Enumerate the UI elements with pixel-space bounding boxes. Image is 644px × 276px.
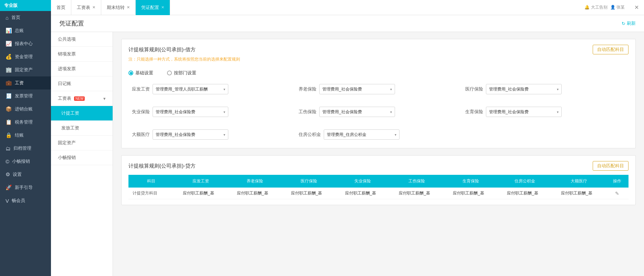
section-debit-title: 计提核算规则(公司承担)-借方 [128, 46, 196, 53]
sidebar-item-label: 首页 [11, 14, 20, 21]
tab-home[interactable]: 首页 [51, 0, 71, 15]
radio-dept-setup[interactable]: 按部门设置 [167, 70, 196, 76]
th-unemployment: 失业保险 [336, 175, 390, 188]
reports-icon: 📈 [6, 41, 12, 47]
sidebar-item-archive[interactable]: 🗂 归档管理 [0, 142, 51, 155]
field-unemployment-value: 管理费用_社会保险费 [156, 109, 224, 115]
field-housing-fund-label: 住房公积金 [299, 131, 321, 138]
nav-item-calculate-salary[interactable]: 计提工资 [51, 106, 113, 121]
field-housing-fund-select[interactable]: 管理费用_住房公积金 ▾ [324, 129, 399, 140]
sidebar-item-xiaochang-report[interactable]: © 小畅报销 [0, 155, 51, 168]
sidebar-item-settings[interactable]: ⚙ 设置 [0, 168, 51, 181]
sidebar-item-reports[interactable]: 📈 报表中心 [0, 37, 51, 50]
field-salary: 应发工资 管理费用_管理人员职工薪酬 ▾ [128, 81, 295, 97]
right-content: 计提核算规则(公司承担)-借方 自动匹配科目 注：只能选择一种方式，系统将按照您… [113, 32, 644, 276]
home-icon: ⌂ [6, 15, 9, 21]
sidebar-item-home[interactable]: ⌂ 首页 [0, 11, 51, 24]
chevron-housing-fund-icon: ▾ [395, 133, 396, 137]
field-housing-fund: 住房公积金 管理费用_住房公积金 ▾ [295, 127, 462, 142]
th-major-medical: 大额医疗 [552, 175, 606, 188]
tab-salary-table[interactable]: 工资表 ✕ [71, 0, 101, 15]
auto-match-credit-button[interactable]: 自动匹配科目 [593, 161, 629, 171]
field-maternity-select[interactable]: 管理费用_社会保险费 ▾ [486, 107, 562, 117]
fixed-assets-icon: 🏢 [6, 67, 12, 73]
sidebar-item-label: 发票管理 [15, 93, 33, 99]
sidebar-item-invoice-mgmt[interactable]: 🧾 发票管理 [0, 89, 51, 103]
expand-icon: ▾ [103, 96, 106, 101]
left-nav: 公共选项 销项发票 进项发票 日记账 工资表 NEW ▾ 计提工资 发放工资 [51, 32, 113, 276]
sidebar-item-tax[interactable]: 📋 税务管理 [0, 116, 51, 129]
sidebar-item-label: 报表中心 [15, 41, 33, 47]
guide-icon: 🚀 [6, 184, 12, 191]
field-injury: 工伤保险 管理费用_社会保险费 ▾ [295, 104, 462, 120]
tab-period-close[interactable]: 期末结转 ✕ [101, 0, 136, 15]
radio-basic-setup[interactable]: 基础设置 [128, 70, 153, 76]
th-subject: 科目 [128, 175, 174, 188]
cell-injury: 应付职工薪酬_基 [390, 188, 444, 199]
cell-housing: 应付职工薪酬_基 [498, 188, 552, 199]
sidebar-item-salary[interactable]: 💼 工资 [0, 76, 51, 89]
nav-item-cancel-invoice[interactable]: 销项发票 [51, 47, 113, 62]
nav-item-public-options[interactable]: 公共选项 [51, 32, 113, 47]
sidebar-item-purchase-sales[interactable]: 📦 进销台账 [0, 103, 51, 116]
radio-dept-label: 按部门设置 [174, 70, 196, 76]
nav-item-input-invoice[interactable]: 进项发票 [51, 62, 113, 76]
chevron-unemployment-icon: ▾ [224, 110, 225, 114]
purchase-sales-icon: 📦 [6, 106, 12, 112]
field-housing-fund-value: 管理费用_住房公积金 [327, 132, 395, 138]
topbar-right: 🔔 大工告别 👤 张某 [584, 4, 629, 10]
window-close-button[interactable]: ✕ [629, 0, 644, 15]
sidebar-item-label: 归档管理 [13, 145, 31, 151]
field-major-medical-select[interactable]: 管理费用_社会保险费 ▾ [153, 129, 228, 140]
chevron-salary-icon: ▾ [224, 87, 225, 91]
sidebar-item-general-ledger[interactable]: 📊 总账 [0, 24, 51, 37]
sidebar-item-label: 畅会员 [12, 198, 25, 204]
tab-close-period[interactable]: ✕ [127, 5, 130, 10]
field-major-medical: 大额医疗 管理费用_社会保险费 ▾ [128, 127, 295, 142]
nav-item-fixed-assets[interactable]: 固定资产 [51, 136, 113, 150]
nav-item-salary-table[interactable]: 工资表 NEW ▾ [51, 91, 113, 106]
debit-fields-row3: 大额医疗 管理费用_社会保险费 ▾ 住房公积金 管理费用_住房公积金 ▾ [122, 125, 635, 148]
sidebar-item-guide[interactable]: 🚀 新手引导 [0, 181, 51, 194]
field-maternity-value: 管理费用_社会保险费 [489, 109, 557, 115]
refresh-label: 刷新 [627, 20, 636, 26]
sidebar-item-vip[interactable]: V 畅会员 [0, 194, 51, 207]
field-unemployment-select[interactable]: 管理费用_社会保险费 ▾ [153, 107, 228, 117]
section-credit: 计提核算规则(公司承担)-贷方 自动匹配科目 科目 应发工资 养老保险 医疗保险… [121, 155, 636, 205]
invoice-icon: 🧾 [6, 93, 12, 99]
refresh-icon: ↻ [622, 21, 625, 26]
sidebar-item-label: 设置 [13, 171, 22, 178]
auto-match-debit-button[interactable]: 自动匹配科目 [593, 45, 629, 54]
table-header-row: 科目 应发工资 养老保险 医疗保险 失业保险 工伤保险 生育保险 住房公积金 大… [128, 175, 629, 188]
field-maternity-label: 生育保险 [465, 109, 483, 115]
nav-item-xiaochang-reimburse[interactable]: 小畅报销 [51, 150, 113, 165]
field-injury-select[interactable]: 管理费用_社会保险费 ▾ [319, 107, 395, 117]
th-action: 操作 [606, 175, 629, 188]
field-pension-select[interactable]: 管理费用_社会保险费 ▾ [319, 84, 395, 94]
tab-close-salary[interactable]: ✕ [92, 5, 95, 10]
edit-icon[interactable]: ✎ [615, 191, 619, 196]
section-debit-header: 计提核算规则(公司承担)-借方 自动匹配科目 [122, 39, 635, 54]
chevron-major-medical-icon: ▾ [224, 133, 225, 137]
credit-table: 科目 应发工资 养老保险 医疗保险 失业保险 工伤保险 生育保险 住房公积金 大… [128, 175, 629, 199]
field-pension-value: 管理费用_社会保险费 [322, 86, 390, 92]
sidebar-item-fixed-assets[interactable]: 🏢 固定资产 [0, 63, 51, 76]
cell-action[interactable]: ✎ [606, 188, 629, 199]
field-salary-select[interactable]: 管理费用_管理人员职工薪酬 ▾ [153, 84, 228, 94]
tab-voucher-config[interactable]: 凭证配置 ✕ [136, 0, 170, 15]
tab-close-voucher[interactable]: ✕ [161, 5, 164, 10]
new-badge: NEW [74, 96, 85, 101]
sidebar: 专业版 ⌂ 首页 📊 总账 📈 报表中心 💰 资金管理 🏢 固定资产 💼 工资 … [0, 0, 51, 276]
sidebar-item-label: 结账 [15, 132, 24, 138]
field-medical-select[interactable]: 管理费用_社会保险费 ▾ [486, 84, 562, 94]
radio-group: 基础设置 按部门设置 [122, 66, 635, 79]
nav-item-journal[interactable]: 日记账 [51, 76, 113, 91]
section-debit-note: 注：只能选择一种方式，系统将按照您当前的选择来配置规则 [122, 54, 635, 66]
sidebar-item-capital[interactable]: 💰 资金管理 [0, 50, 51, 63]
field-pension-label: 养老保险 [299, 86, 316, 92]
topbar: 首页 工资表 ✕ 期末结转 ✕ 凭证配置 ✕ 🔔 大工告别 👤 张某 ✕ [51, 0, 644, 15]
sidebar-item-closing[interactable]: 🔒 结账 [0, 129, 51, 142]
nav-item-pay-salary[interactable]: 发放工资 [51, 121, 113, 136]
cell-maternity: 应付职工薪酬_基 [444, 188, 498, 199]
refresh-button[interactable]: ↻ 刷新 [622, 20, 636, 26]
